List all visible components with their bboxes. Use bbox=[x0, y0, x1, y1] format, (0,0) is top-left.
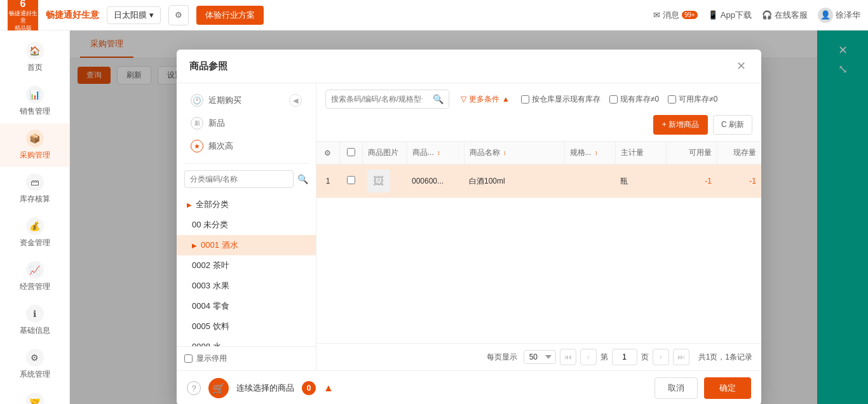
messages-item[interactable]: ✉ 消息 99+ bbox=[653, 10, 698, 21]
online-service-item[interactable]: 🎧 在线客服 bbox=[762, 10, 808, 21]
sales-icon: 📊 bbox=[26, 86, 44, 104]
per-page-label: 每页显示 bbox=[487, 352, 517, 363]
row-unit: 瓶 bbox=[615, 165, 666, 198]
row-num: 1 bbox=[316, 165, 339, 198]
page-number-input[interactable] bbox=[612, 349, 637, 365]
user-avatar: 👤 bbox=[818, 8, 833, 23]
sidebar-item-operations[interactable]: 📈 经营管理 bbox=[0, 255, 69, 299]
help-icon[interactable]: ? bbox=[187, 381, 201, 395]
active-arrow-icon: ▶ bbox=[192, 242, 197, 249]
select-all-checkbox[interactable] bbox=[347, 148, 355, 156]
modal-close-button[interactable]: ✕ bbox=[733, 58, 749, 74]
cart-icon-wrap[interactable]: 🛒 bbox=[208, 378, 229, 398]
category-0004[interactable]: 0004 零食 bbox=[177, 296, 316, 316]
collapse-footer-icon[interactable]: ▲ bbox=[323, 382, 334, 394]
sidebar-item-collab[interactable]: 🤝 企业协同 bbox=[0, 386, 69, 404]
th-product-code[interactable]: 商品... ↕ bbox=[407, 142, 464, 165]
app-download-item[interactable]: 📱 App下载 bbox=[708, 10, 752, 21]
product-table-wrap: ⚙ 商品图片 商品... ↕ 商品名称 bbox=[316, 142, 761, 343]
checkbox-current-stock[interactable]: 现有库存≠0 bbox=[609, 94, 659, 105]
row-name: 白酒100ml bbox=[464, 165, 564, 198]
settings-icon[interactable]: ⚙ bbox=[168, 5, 189, 25]
modal-header: 商品参照 ✕ bbox=[177, 50, 761, 83]
sort-spec-icon: ↕ bbox=[595, 149, 598, 156]
category-0005[interactable]: 0005 饮料 bbox=[177, 316, 316, 337]
cat-all-label: 全部分类 bbox=[196, 199, 229, 210]
sidebar-item-purchase[interactable]: 📦 采购管理 bbox=[0, 123, 69, 167]
filter-icon: ▽ bbox=[461, 95, 466, 104]
row-checkbox-cell[interactable] bbox=[339, 165, 362, 198]
divider bbox=[184, 163, 308, 164]
username-label: 徐泽华 bbox=[836, 10, 860, 21]
sidebar-label-home: 首页 bbox=[27, 62, 43, 73]
prev-page-button[interactable]: ‹ bbox=[580, 349, 597, 365]
tab-recent-label: 近期购买 bbox=[208, 95, 241, 106]
first-page-button[interactable]: ⏮ bbox=[560, 349, 576, 365]
tab-recent-purchase[interactable]: 🕐 近期购买 ◀ bbox=[184, 90, 308, 111]
avail-stock-checkbox[interactable] bbox=[668, 95, 676, 104]
show-disabled-label: 显示停用 bbox=[196, 353, 227, 364]
current-stock-checkbox[interactable] bbox=[609, 95, 618, 104]
collapse-button[interactable]: ◀ bbox=[289, 94, 302, 107]
product-search-input[interactable] bbox=[326, 95, 428, 104]
operations-icon: 📈 bbox=[26, 261, 44, 279]
confirm-button[interactable]: 确定 bbox=[704, 377, 751, 399]
next-page-button[interactable]: › bbox=[653, 349, 669, 365]
warehouse-stock-checkbox[interactable] bbox=[521, 95, 529, 104]
sidebar-item-home[interactable]: 🏠 首页 bbox=[0, 36, 69, 79]
sidebar-label-finance: 资金管理 bbox=[20, 238, 50, 248]
th-product-name[interactable]: 商品名称 ↕ bbox=[464, 142, 564, 165]
sidebar-item-inventory[interactable]: 🗃 库存核算 bbox=[0, 167, 69, 211]
product-table: ⚙ 商品图片 商品... ↕ 商品名称 bbox=[316, 142, 761, 198]
cart-icon: 🛒 bbox=[208, 378, 229, 398]
tab-new-products[interactable]: 新 新品 bbox=[184, 112, 308, 134]
category-search-icon[interactable]: 🔍 bbox=[297, 174, 308, 184]
category-00[interactable]: 00 未分类 bbox=[177, 215, 316, 235]
cancel-button[interactable]: 取消 bbox=[654, 377, 698, 399]
modal-footer: ? 🛒 连续选择的商品 0 ▲ 取消 确定 bbox=[177, 370, 761, 404]
sidebar-item-basic[interactable]: ℹ 基础信息 bbox=[0, 299, 69, 342]
category-0008[interactable]: 0008 水 bbox=[177, 337, 316, 346]
continuous-select-label: 连续选择的商品 bbox=[236, 382, 294, 394]
sidebar-label-sales: 销售管理 bbox=[20, 106, 50, 117]
arrow-icon: ▶ bbox=[187, 201, 192, 208]
user-item[interactable]: 👤 徐泽华 bbox=[818, 8, 860, 23]
checkbox-avail-stock[interactable]: 可用库存≠0 bbox=[668, 94, 717, 105]
th-checkbox[interactable] bbox=[339, 142, 362, 165]
selected-count-badge: 0 bbox=[302, 381, 316, 395]
table-header-row: ⚙ 商品图片 商品... ↕ 商品名称 bbox=[316, 142, 761, 165]
th-spec[interactable]: 规格... ↕ bbox=[564, 142, 615, 165]
category-0001[interactable]: ▶ 0001 酒水 bbox=[177, 235, 316, 255]
show-disabled-checkbox[interactable] bbox=[184, 354, 193, 363]
category-search-input[interactable] bbox=[184, 170, 294, 188]
th-settings[interactable]: ⚙ bbox=[316, 142, 339, 165]
tab-high-frequency[interactable]: ★ 频次高 bbox=[184, 135, 308, 157]
trial-button[interactable]: 体验行业方案 bbox=[196, 6, 264, 25]
per-page-select[interactable]: 50 10 20 100 bbox=[524, 350, 556, 364]
tab-frequency-label: 频次高 bbox=[208, 140, 233, 152]
table-row[interactable]: 1 🖼 000600... 白酒100ml bbox=[316, 165, 761, 198]
checkbox-warehouse-stock[interactable]: 按仓库显示现有库存 bbox=[521, 94, 600, 105]
refresh-product-button[interactable]: C 刷新 bbox=[713, 115, 752, 135]
sidebar-item-finance[interactable]: 💰 资金管理 bbox=[0, 211, 69, 255]
row-image: 🖼 bbox=[362, 165, 407, 198]
sidebar-item-sales[interactable]: 📊 销售管理 bbox=[0, 79, 69, 123]
sidebar-label-inventory: 库存核算 bbox=[20, 194, 50, 205]
more-filter-button[interactable]: ▽ 更多条件 ▲ bbox=[456, 91, 515, 107]
th-unit: 主计量 bbox=[615, 142, 666, 165]
modal-overlay: 商品参照 ✕ 🕐 近期购买 ◀ 新 bbox=[70, 30, 868, 404]
nav-dropdown[interactable]: 日太阳膜 ▾ bbox=[107, 6, 161, 24]
message-badge: 99+ bbox=[682, 11, 698, 19]
sidebar-item-system[interactable]: ⚙ 系统管理 bbox=[0, 342, 69, 386]
pagination: 每页显示 50 10 20 100 ⏮ ‹ 第 页 bbox=[316, 343, 761, 370]
messages-label: 消息 bbox=[663, 10, 679, 21]
add-product-button[interactable]: + 新增商品 bbox=[653, 115, 708, 135]
category-0002[interactable]: 0002 茶叶 bbox=[177, 255, 316, 276]
product-search-button[interactable]: 🔍 bbox=[428, 90, 449, 108]
category-0003[interactable]: 0003 水果 bbox=[177, 276, 316, 296]
last-page-button[interactable]: ⏭ bbox=[673, 349, 689, 365]
row-checkbox[interactable] bbox=[347, 176, 355, 184]
nav-right: ✉ 消息 99+ 📱 App下载 🎧 在线客服 👤 徐泽华 bbox=[653, 8, 860, 23]
new-icon: 新 bbox=[191, 117, 203, 130]
category-all[interactable]: ▶ 全部分类 bbox=[177, 194, 316, 215]
